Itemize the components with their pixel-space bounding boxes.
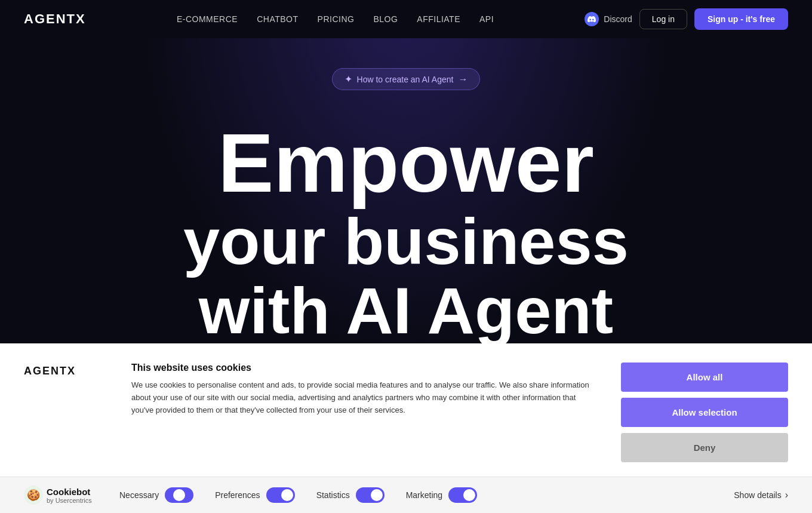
- cookie-footer: 🍪 Cookiebot by Usercentrics Necessary: [0, 477, 812, 513]
- hero-line1: Empower: [183, 119, 629, 207]
- hero-section: ✦ How to create an AI Agent → Empower yo…: [0, 38, 812, 345]
- hero-line3: with AI Agent: [183, 276, 629, 345]
- nav-link-affiliate[interactable]: AFFILIATE: [417, 14, 460, 24]
- toggle-preferences[interactable]: [266, 487, 295, 503]
- nav-logo: AGENTX: [24, 11, 86, 27]
- discord-icon: [585, 12, 599, 26]
- arrow-icon: →: [458, 74, 467, 85]
- nav-link-pricing[interactable]: PRICING: [318, 14, 355, 24]
- hero-badge[interactable]: ✦ How to create an AI Agent →: [332, 68, 481, 90]
- cookie-buttons: Allow all Allow selection Deny: [621, 363, 788, 462]
- discord-label: Discord: [604, 14, 632, 24]
- category-preferences-label: Preferences: [215, 490, 260, 500]
- cookie-main: AGENTX This website uses cookies We use …: [0, 343, 812, 477]
- nav-links: E-COMMERCE CHATBOT PRICING BLOG AFFILIAT…: [177, 14, 494, 24]
- hero-badge-text: How to create an AI Agent: [357, 75, 454, 84]
- category-preferences: Preferences: [215, 487, 294, 503]
- hero-line2: your business: [183, 207, 629, 276]
- nav-link-chatbot[interactable]: CHATBOT: [257, 14, 298, 24]
- category-necessary-label: Necessary: [119, 490, 159, 500]
- cookie-logo-area: AGENTX: [24, 363, 107, 462]
- category-statistics-label: Statistics: [316, 490, 350, 500]
- navbar: AGENTX E-COMMERCE CHATBOT PRICING BLOG A…: [0, 0, 812, 38]
- category-marketing-label: Marketing: [406, 490, 442, 500]
- toggle-necessary[interactable]: [165, 487, 193, 503]
- login-button[interactable]: Log in: [639, 9, 687, 29]
- cookiebot-icon: 🍪: [24, 486, 43, 505]
- nav-actions: Discord Log in Sign up - it's free: [585, 8, 788, 30]
- nav-link-blog[interactable]: BLOG: [373, 14, 398, 24]
- category-marketing: Marketing: [406, 487, 477, 503]
- discord-button[interactable]: Discord: [585, 12, 632, 26]
- show-details[interactable]: Show details ›: [734, 490, 788, 500]
- allow-all-button[interactable]: Allow all: [621, 363, 788, 392]
- cookie-body-text: We use cookies to personalise content an…: [131, 379, 597, 416]
- cookie-logo: AGENTX: [24, 365, 76, 377]
- hero-title: Empower your business with AI Agent: [183, 119, 629, 345]
- nav-link-ecommerce[interactable]: E-COMMERCE: [177, 14, 238, 24]
- cookie-title: This website uses cookies: [131, 363, 597, 373]
- cookie-content: This website uses cookies We use cookies…: [131, 363, 597, 462]
- toggle-statistics[interactable]: [356, 487, 385, 503]
- show-details-label: Show details: [734, 490, 781, 500]
- category-statistics: Statistics: [316, 487, 385, 503]
- cookiebot-logo: 🍪 Cookiebot by Usercentrics: [24, 486, 96, 505]
- cookie-categories: Necessary Preferences Statistics: [119, 487, 710, 503]
- show-details-arrow-icon: ›: [785, 490, 788, 500]
- sparkle-icon: ✦: [345, 73, 352, 85]
- cookiebot-sub: by Usercentrics: [47, 497, 92, 504]
- deny-button[interactable]: Deny: [621, 433, 788, 462]
- allow-selection-button[interactable]: Allow selection: [621, 398, 788, 427]
- signup-button[interactable]: Sign up - it's free: [694, 8, 788, 30]
- category-necessary: Necessary: [119, 487, 193, 503]
- cookie-consent: AGENTX This website uses cookies We use …: [0, 343, 812, 513]
- nav-link-api[interactable]: API: [479, 14, 494, 24]
- cookiebot-name: Cookiebot: [47, 487, 92, 497]
- toggle-marketing[interactable]: [448, 487, 477, 503]
